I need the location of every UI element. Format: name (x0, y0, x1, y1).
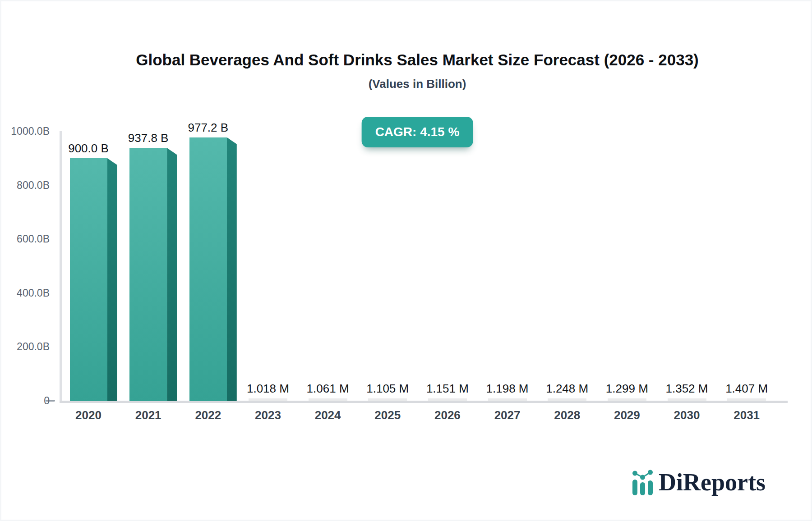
y-axis-tick-label: 200.0B (1, 340, 50, 353)
bar-2020[interactable] (70, 158, 117, 401)
bar-2024[interactable] (309, 398, 347, 401)
bar-2028[interactable] (548, 398, 586, 401)
bar-2025[interactable] (368, 398, 407, 401)
page-title: Global Beverages And Soft Drinks Sales M… (136, 51, 699, 69)
y-axis-tick-label: 0 (1, 394, 50, 407)
cagr-badge: CAGR: 4.15 % (362, 117, 473, 147)
bar-2027[interactable] (488, 398, 527, 401)
bar-2023[interactable] (249, 398, 287, 401)
bar-2021[interactable] (129, 148, 177, 401)
x-axis-label: 2031 (701, 408, 792, 422)
bar-face (189, 137, 227, 401)
y-axis-tick-label: 400.0B (1, 286, 50, 300)
bar-2029[interactable] (608, 398, 646, 401)
bar-2030[interactable] (668, 398, 706, 401)
page-subtitle: (Values in Billion) (369, 77, 466, 91)
bar-face (70, 158, 107, 401)
bar-2026[interactable] (428, 398, 467, 401)
y-axis-line (60, 131, 62, 403)
chart-page: Global Beverages And Soft Drinks Sales M… (0, 0, 812, 521)
bar-face (129, 148, 167, 401)
direports-logo[interactable]: DiReports (631, 468, 766, 496)
y-axis-tick-label: 600.0B (1, 232, 50, 246)
chart-card: Global Beverages And Soft Drinks Sales M… (1, 1, 811, 520)
y-axis-tick-label: 800.0B (1, 178, 50, 192)
bar-2022[interactable] (189, 137, 237, 401)
bar-side (167, 148, 177, 401)
y-axis-tick-label: 1000.0B (1, 124, 50, 138)
logo-text: DiReports (659, 470, 766, 494)
bar-value-label: 977.2 B (158, 120, 258, 135)
bar-side (227, 137, 237, 401)
bar-value-label: 1.407 M (697, 381, 796, 396)
bar-line-chart-icon (631, 468, 654, 496)
bar-2031[interactable] (727, 398, 766, 401)
bar-side (107, 158, 117, 401)
